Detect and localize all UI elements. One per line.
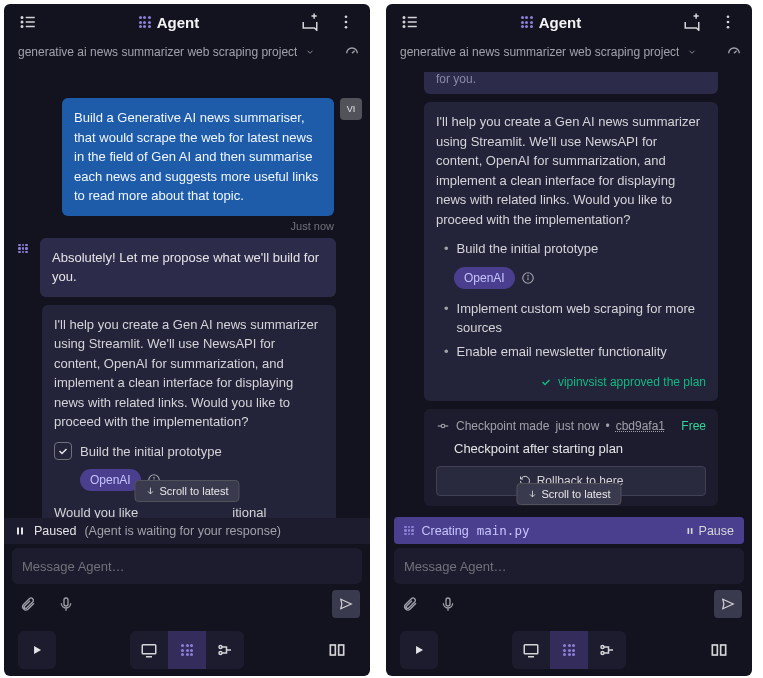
panels-icon[interactable] [318, 631, 356, 669]
svg-rect-16 [64, 598, 68, 606]
svg-rect-50 [712, 645, 717, 655]
checkpoint-hash[interactable]: cbd9afa1 [616, 419, 665, 433]
attach-icon[interactable] [14, 590, 42, 618]
agent-icon [404, 526, 414, 536]
mic-icon[interactable] [52, 590, 80, 618]
topbar: Agent [386, 4, 752, 40]
svg-rect-51 [721, 645, 726, 655]
pause-button[interactable]: Pause [685, 524, 734, 538]
svg-marker-45 [416, 646, 423, 654]
openai-tag[interactable]: OpenAI [80, 469, 141, 491]
user-avatar: VI [340, 98, 362, 120]
kebab-icon[interactable] [332, 8, 360, 36]
svg-point-20 [219, 646, 222, 649]
checkpoint-desc: Checkpoint after starting plan [454, 441, 706, 456]
new-chat-icon[interactable] [678, 8, 706, 36]
svg-point-2 [21, 21, 23, 23]
send-button[interactable] [332, 590, 360, 618]
preview-tab[interactable] [130, 631, 168, 669]
commit-icon [436, 419, 450, 433]
project-title: generative ai news summarizer web scrapi… [400, 45, 679, 59]
input-area: Message Agent… [4, 544, 370, 624]
svg-point-21 [219, 652, 222, 655]
agent-message-row: Absolutely! Let me propose what we'll bu… [12, 238, 362, 297]
workflow-tab[interactable] [206, 631, 244, 669]
scroll-latest-button[interactable]: Scroll to latest [516, 483, 621, 505]
svg-point-28 [403, 26, 405, 28]
bullet-list: Build the initial prototype [436, 239, 706, 259]
svg-rect-15 [21, 528, 23, 535]
svg-rect-23 [339, 645, 344, 655]
svg-point-4 [21, 26, 23, 28]
app-title: Agent [521, 14, 582, 31]
agent-tab[interactable] [550, 631, 588, 669]
pause-icon [14, 525, 26, 537]
panels-icon[interactable] [700, 631, 738, 669]
creating-label: Creating [422, 524, 469, 538]
svg-point-32 [727, 26, 730, 29]
chevron-down-icon [687, 47, 697, 57]
mic-icon[interactable] [434, 590, 462, 618]
info-icon[interactable] [521, 271, 535, 285]
bullet-item: Build the initial prototype [436, 239, 706, 259]
svg-rect-22 [330, 645, 335, 655]
chat-area: Build a Generative AI news summariser, t… [4, 68, 370, 518]
project-header[interactable]: generative ai news summarizer web scrapi… [4, 40, 370, 68]
checkpoint-head: Checkpoint made just now • cbd9afa1 Free [436, 419, 706, 433]
play-button[interactable] [400, 631, 438, 669]
phone-right: Agent generative ai news summarizer web … [386, 4, 752, 676]
svg-point-0 [21, 17, 23, 19]
nav-group [130, 631, 244, 669]
speed-icon[interactable] [344, 44, 360, 60]
openai-tag[interactable]: OpenAI [454, 267, 515, 289]
svg-rect-42 [687, 528, 689, 534]
chevron-down-icon [305, 47, 315, 57]
new-chat-icon[interactable] [296, 8, 324, 36]
user-bubble: Build a Generative AI news summariser, t… [62, 98, 334, 216]
attach-icon[interactable] [396, 590, 424, 618]
svg-rect-14 [17, 528, 19, 535]
user-message-row: Build a Generative AI news summariser, t… [12, 98, 362, 216]
send-button[interactable] [714, 590, 742, 618]
play-button[interactable] [18, 631, 56, 669]
truncated-bubble: for you. [424, 72, 718, 94]
menu-icon[interactable] [14, 8, 42, 36]
nav-group [512, 631, 626, 669]
plan-approved: vipinvsist approved the plan [436, 373, 706, 391]
bullet-item: Implement custom web scraping for more s… [436, 299, 706, 338]
svg-rect-43 [690, 528, 692, 534]
svg-rect-44 [446, 598, 450, 606]
input-area: Message Agent… [386, 544, 752, 624]
svg-point-31 [727, 21, 730, 24]
agent-tab[interactable] [168, 631, 206, 669]
svg-rect-46 [524, 645, 538, 654]
status-bar: Paused (Agent is waiting for your respon… [4, 518, 370, 544]
bullet-item: Enable email newsletter functionality [436, 342, 706, 362]
agent-plan-bubble: I'll help you create a Gen AI news summa… [424, 102, 718, 401]
logo-icon [139, 16, 151, 28]
svg-point-8 [345, 26, 348, 29]
svg-rect-18 [142, 645, 156, 654]
project-header[interactable]: generative ai news summarizer web scrapi… [386, 40, 752, 68]
svg-line-9 [352, 51, 355, 54]
svg-line-33 [734, 51, 737, 54]
task-item[interactable]: Build the initial prototype [54, 442, 324, 462]
svg-point-49 [601, 652, 604, 655]
phone-left: Agent generative ai news summarizer web … [4, 4, 370, 676]
app-title: Agent [139, 14, 200, 31]
svg-point-30 [727, 15, 730, 18]
menu-icon[interactable] [396, 8, 424, 36]
preview-tab[interactable] [512, 631, 550, 669]
svg-point-37 [441, 424, 445, 428]
agent-bubble: Absolutely! Let me propose what we'll bu… [40, 238, 336, 297]
message-input[interactable]: Message Agent… [12, 548, 362, 584]
scroll-latest-button[interactable]: Scroll to latest [134, 480, 239, 502]
workflow-tab[interactable] [588, 631, 626, 669]
message-input[interactable]: Message Agent… [394, 548, 744, 584]
bottom-nav [4, 624, 370, 676]
timestamp: Just now [12, 220, 362, 232]
creating-file: main.py [477, 523, 530, 538]
tag-row: OpenAI [436, 267, 706, 289]
kebab-icon[interactable] [714, 8, 742, 36]
speed-icon[interactable] [726, 44, 742, 60]
